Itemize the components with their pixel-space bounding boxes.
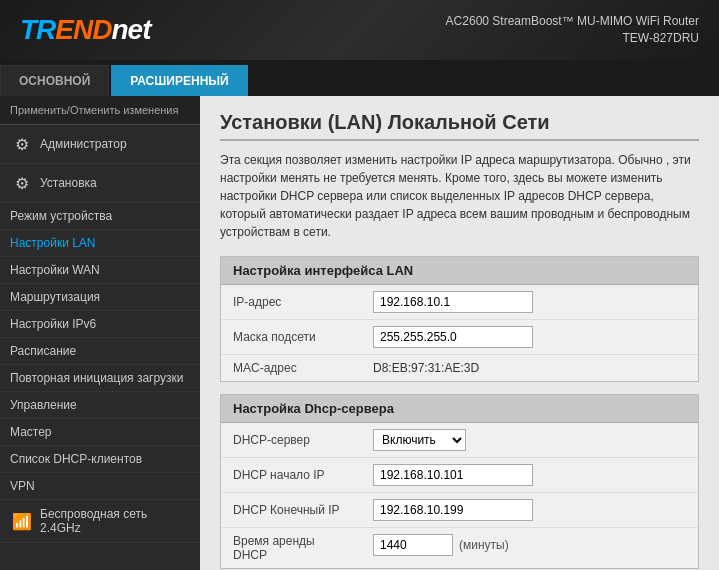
- dhcp-end-ip-label: DHCP Конечный IP: [221, 493, 361, 528]
- dhcp-server-label: DHCP-сервер: [221, 423, 361, 458]
- sidebar-item-admin[interactable]: ⚙ Администратор: [0, 125, 200, 164]
- mac-address-value: D8:EB:97:31:AE:3D: [373, 361, 479, 375]
- dhcp-form-table: DHCP-сервер Включить Выключить DHCP нача…: [221, 423, 698, 568]
- dhcp-section-header: Настройка Dhcp-сервера: [221, 395, 698, 423]
- sidebar-item-management[interactable]: Управление: [0, 392, 200, 419]
- setup-icon: ⚙: [10, 171, 34, 195]
- subnet-mask-row: Маска подсети: [221, 320, 698, 355]
- dhcp-lease-label: Время аренды DHCP: [221, 528, 361, 569]
- sidebar-item-routing[interactable]: Маршрутизация: [0, 284, 200, 311]
- sidebar-item-admin-label: Администратор: [40, 137, 127, 151]
- logo: TRENDnet: [20, 14, 150, 46]
- lan-form-table: IP-адрес Маска подсети MAC-адрес D8:EB:9…: [221, 285, 698, 381]
- sidebar-item-schedule[interactable]: Расписание: [0, 338, 200, 365]
- router-id: TEW-827DRU: [446, 30, 699, 47]
- sidebar-item-dhcp-clients[interactable]: Список DHCP-клиентов: [0, 446, 200, 473]
- mac-address-label: MAC-адрес: [221, 355, 361, 382]
- sidebar: Применить/Отменить изменения ⚙ Администр…: [0, 96, 200, 570]
- wifi-icon: 📶: [10, 509, 34, 533]
- dhcp-start-ip-row: DHCP начало IP: [221, 458, 698, 493]
- tab-basic[interactable]: ОСНОВНОЙ: [0, 65, 109, 96]
- dhcp-server-section: Настройка Dhcp-сервера DHCP-сервер Включ…: [220, 394, 699, 569]
- minutes-label: (минуты): [459, 538, 509, 552]
- sidebar-item-vpn[interactable]: VPN: [0, 473, 200, 500]
- sidebar-item-ipv6[interactable]: Настройки IPv6: [0, 311, 200, 338]
- subnet-mask-label: Маска подсети: [221, 320, 361, 355]
- dhcp-start-ip-label: DHCP начало IP: [221, 458, 361, 493]
- sidebar-item-wan[interactable]: Настройки WAN: [0, 257, 200, 284]
- tab-advanced[interactable]: РАСШИРЕННЫЙ: [111, 65, 247, 96]
- header: TRENDnet AC2600 StreamBoost™ MU-MIMO WiF…: [0, 0, 719, 60]
- sidebar-item-setup[interactable]: ⚙ Установка: [0, 164, 200, 203]
- ip-address-label: IP-адрес: [221, 285, 361, 320]
- dhcp-start-ip-input[interactable]: [373, 464, 533, 486]
- lan-interface-section: Настройка интерфейса LAN IP-адрес Маска …: [220, 256, 699, 382]
- router-model: AC2600 StreamBoost™ MU-MIMO WiFi Router: [446, 13, 699, 30]
- sidebar-item-setup-label: Установка: [40, 176, 97, 190]
- ip-address-row: IP-адрес: [221, 285, 698, 320]
- nav-tabs: ОСНОВНОЙ РАСШИРЕННЫЙ: [0, 60, 719, 96]
- dhcp-lease-row: Время аренды DHCP (минуты): [221, 528, 698, 569]
- page-description: Эта секция позволяет изменить настройки …: [220, 151, 699, 241]
- sidebar-item-wizard[interactable]: Мастер: [0, 419, 200, 446]
- sidebar-apply-label: Применить/Отменить изменения: [0, 96, 200, 125]
- sidebar-item-wifi-2g-label: Беспроводная сеть 2.4GHz: [40, 507, 190, 535]
- dhcp-end-ip-input[interactable]: [373, 499, 533, 521]
- gear-icon: ⚙: [10, 132, 34, 156]
- subnet-mask-input[interactable]: [373, 326, 533, 348]
- sidebar-item-device-mode[interactable]: Режим устройства: [0, 203, 200, 230]
- ip-address-input[interactable]: [373, 291, 533, 313]
- page-title: Установки (LAN) Локальной Сети: [220, 111, 699, 141]
- mac-address-row: MAC-адрес D8:EB:97:31:AE:3D: [221, 355, 698, 382]
- lan-section-header: Настройка интерфейса LAN: [221, 257, 698, 285]
- dhcp-lease-input[interactable]: [373, 534, 453, 556]
- main-layout: Применить/Отменить изменения ⚙ Администр…: [0, 96, 719, 570]
- router-info: AC2600 StreamBoost™ MU-MIMO WiFi Router …: [446, 13, 699, 47]
- content-area: Установки (LAN) Локальной Сети Эта секци…: [200, 96, 719, 570]
- dhcp-server-row: DHCP-сервер Включить Выключить: [221, 423, 698, 458]
- sidebar-item-wifi-2g[interactable]: 📶 Беспроводная сеть 2.4GHz: [0, 500, 200, 543]
- sidebar-item-reboot[interactable]: Повторная инициация загрузки: [0, 365, 200, 392]
- dhcp-end-ip-row: DHCP Конечный IP: [221, 493, 698, 528]
- dhcp-server-select[interactable]: Включить Выключить: [373, 429, 466, 451]
- sidebar-item-lan[interactable]: Настройки LAN: [0, 230, 200, 257]
